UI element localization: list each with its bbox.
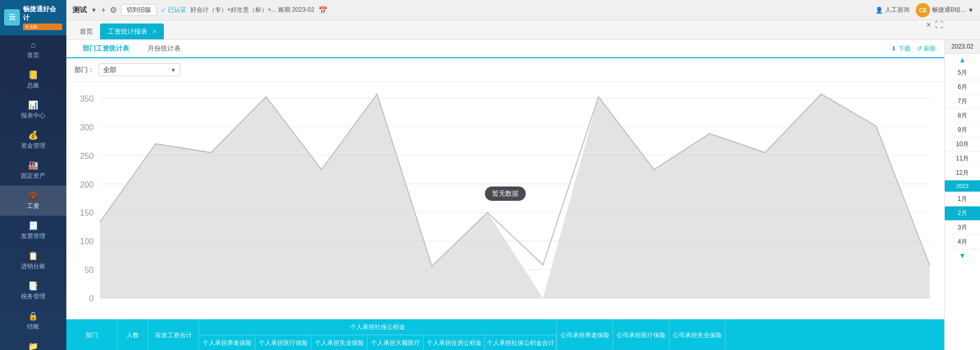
tab-home[interactable]: 首页 [72,24,100,39]
tab-salary-report[interactable]: 工资统计报表 × [100,24,164,39]
th-personal-housing-fund: 个人承担住房公积金 [424,335,485,350]
subtab-dept[interactable]: 部门工资统计表 [75,40,137,58]
date-nav-up[interactable]: ▲ [945,54,980,66]
topbar-add-icon[interactable]: + [101,6,106,15]
content-area: 部门工资统计表 月份统计表 ⬇ 下载 ↺ 刷新 部门： [66,40,980,350]
date-item-jun[interactable]: 6月 [945,80,980,95]
date-item-aug[interactable]: 8月 [945,109,980,123]
salary-icon: 💼 [28,191,38,200]
svg-text:350: 350 [80,94,93,104]
date-item-oct[interactable]: 10月 [945,137,980,152]
logo-icon: 云 [4,9,20,26]
th-company-medical: 公司承担医疗保险 [613,320,669,350]
tab-close-icon[interactable]: × [153,28,157,35]
switch-old-version-button[interactable]: 切到旧版 [121,4,157,16]
home-icon: ⌂ [31,40,36,50]
tab-salary-label: 工资统计报表 [108,28,148,35]
sidebar-item-tax[interactable]: 📑 税务管理 [0,276,66,306]
invoice-icon: 🧾 [28,221,38,230]
th-personal-pension: 个人承担养老保险 [199,335,255,350]
sidebar-item-reports[interactable]: 📊 报表中心 [0,95,66,125]
th-total-salary: 应发工资合计 [148,320,199,350]
topbar: 测试 ▼ + ⚙ 切到旧版 ✓ 已认证 好会计（专）+好生意（标）+... 账期… [66,0,980,20]
sidebar-logo: 云 畅捷通好会计 专业版 [0,0,66,35]
user-menu[interactable]: CE 畅捷通B组... ▼ [916,3,974,17]
logo-badge: 专业版 [23,24,62,30]
subtab-bar: 部门工资统计表 月份统计表 ⬇ 下载 ↺ 刷新 [66,40,944,58]
logo-brand: 畅捷通好会计 [23,5,62,22]
date-item-jul[interactable]: 7月 [945,95,980,109]
sidebar-item-ledger[interactable]: 📒 总账 [0,65,66,95]
sidebar-label-close: 结账 [27,322,39,331]
th-personal-medical: 个人承担医疗保险 [255,335,311,350]
sidebar: 云 畅捷通好会计 专业版 ⌂ 首页 📒 总账 📊 报表中心 💰 资金管理 🏭 固… [0,0,66,350]
sidebar-item-archive[interactable]: 📁 归档管理 [0,336,66,350]
help-icon: 👤 [875,7,883,14]
sidebar-item-invoice[interactable]: 🧾 发票管理 [0,216,66,246]
sidebar-item-salary[interactable]: 💼 工资 [0,185,66,216]
sidebar-item-inout[interactable]: 📋 进销台账 [0,246,66,276]
refresh-icon: ↺ [917,45,922,52]
date-item-nov[interactable]: 11月 [945,152,980,166]
sidebar-label-tax: 税务管理 [21,292,45,301]
close-period-icon: 🔒 [28,311,38,321]
ledger-icon: 📒 [28,70,38,80]
table-header: 部门 人数 应发工资合计 个人承担社保公积金 个人承担养老保险 个人承担医疗保险… [66,320,944,350]
date-item-mar[interactable]: 3月 [945,221,980,235]
help-button[interactable]: 👤 人工咨询 [875,6,910,14]
expand-panel-button[interactable]: ⛶ [935,20,943,30]
th-company-unemployment: 公司承担失业保险 [669,320,725,350]
main-panel: 部门工资统计表 月份统计表 ⬇ 下载 ↺ 刷新 部门： [66,40,944,350]
sidebar-item-assets[interactable]: 🏭 固定资产 [0,155,66,185]
refresh-button[interactable]: ↺ 刷新 [917,44,936,53]
download-button[interactable]: ⬇ 下载 [891,44,911,53]
inout-icon: 📋 [28,251,38,261]
help-label: 人工咨询 [885,6,910,14]
date-item-dec[interactable]: 12月 [945,166,980,180]
dept-select[interactable]: 全部 行政部 财务部 销售部 技术部 [99,63,180,76]
date-item-apr[interactable]: 4月 [945,235,980,249]
svg-text:200: 200 [80,179,93,190]
th-count: 人数 [117,320,148,350]
calendar-icon[interactable]: 📅 [318,6,327,14]
sidebar-item-home[interactable]: ⌂ 首页 [0,35,66,65]
certified-check-icon: ✓ [161,7,166,14]
panel-controls: × ⛶ [926,20,943,30]
main-area: 测试 ▼ + ⚙ 切到旧版 ✓ 已认证 好会计（专）+好生意（标）+... 账期… [66,0,980,350]
sidebar-label-ledger: 总账 [27,81,39,90]
date-item-sep[interactable]: 9月 [945,123,980,137]
topbar-status: ✓ 已认证 [161,6,186,14]
assets-icon: 🏭 [28,160,38,170]
th-personal-large-medical: 个人承担大额医疗 [368,335,424,350]
dept-select-wrapper: 全部 行政部 财务部 销售部 技术部 ▼ [99,63,180,76]
date-item-feb[interactable]: 2月 [945,206,980,221]
date-header: 2023.02 [945,40,980,54]
user-name: 畅捷通B组... [932,6,966,14]
topbar-dropdown-icon[interactable]: ▼ [91,7,97,14]
date-item-may[interactable]: 5月 [945,66,980,80]
sidebar-label-invoice: 发票管理 [21,232,45,241]
dept-filter-label: 部门： [75,65,94,75]
topbar-status-text: 已认证 [168,6,186,14]
sidebar-item-funds[interactable]: 💰 资金管理 [0,125,66,155]
close-panel-button[interactable]: × [926,20,931,30]
sidebar-label-assets: 固定资产 [21,172,45,180]
archive-icon: 📁 [28,341,38,350]
topbar-title: 测试 [72,6,87,15]
sidebar-item-close[interactable]: 🔒 结账 [0,306,66,336]
topbar-right: 👤 人工咨询 CE 畅捷通B组... ▼ [875,3,974,17]
date-nav-down[interactable]: ▼ [945,249,980,262]
th-dept: 部门 [66,320,117,350]
svg-marker-16 [100,94,929,298]
download-label: 下载 [898,44,911,53]
topbar-settings-icon[interactable]: ⚙ [110,5,117,15]
avatar: CE [916,3,930,17]
svg-text:100: 100 [80,237,93,247]
sidebar-label-inout: 进销台账 [21,262,45,271]
date-item-jan[interactable]: 1月 [945,192,980,206]
funds-icon: 💰 [28,130,38,140]
refresh-label: 刷新 [924,44,936,53]
table-area: 部门 人数 应发工资合计 个人承担社保公积金 个人承担养老保险 个人承担医疗保险… [66,319,944,350]
subtab-monthly[interactable]: 月份统计表 [139,40,189,58]
user-dropdown-icon: ▼ [968,7,974,14]
